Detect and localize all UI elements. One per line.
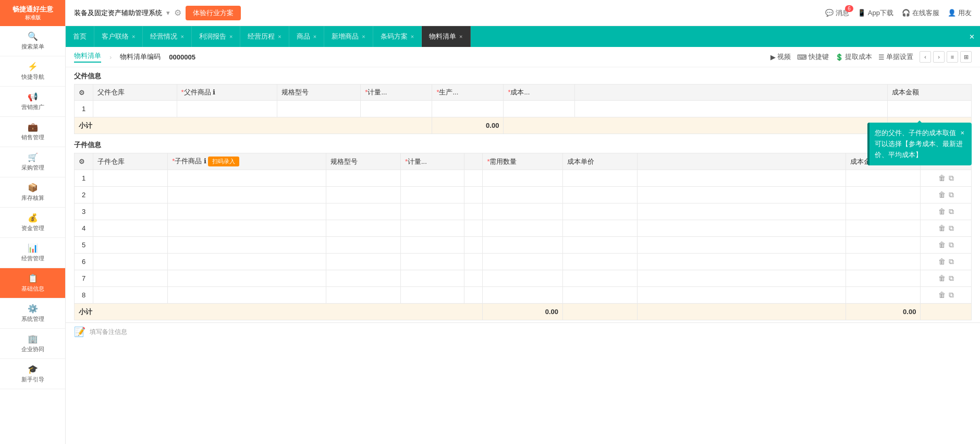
child-unit-cell[interactable] [400, 220, 464, 237]
child-spec-cell[interactable] [326, 287, 400, 304]
sidebar-item-operation[interactable]: 📊 经营管理 [0, 238, 65, 268]
child-warehouse-cell[interactable] [93, 237, 168, 254]
child-spec-cell[interactable] [326, 170, 400, 187]
parent-warehouse-cell[interactable] [93, 101, 177, 117]
dropdown-icon[interactable]: ▾ [166, 9, 170, 17]
child-unit-cost-cell[interactable] [563, 187, 638, 203]
scan-button[interactable]: 扫码录入 [208, 157, 239, 166]
child-unit-cost-cell[interactable] [563, 254, 638, 270]
sidebar-item-basic-info[interactable]: 📋 基础信息 [0, 268, 65, 298]
child-qty-cell[interactable] [483, 203, 563, 220]
child-qty-cell[interactable] [483, 237, 563, 254]
child-unit-cell[interactable] [400, 287, 464, 304]
delete-icon[interactable]: 🗑 [938, 257, 946, 266]
child-goods-cell[interactable] [168, 220, 326, 237]
child-warehouse-cell[interactable] [93, 187, 168, 203]
gear-settings-icon[interactable]: ⚙ [174, 8, 181, 18]
sidebar-item-finance[interactable]: 💰 资金管理 [0, 208, 65, 238]
child-goods-cell[interactable] [168, 170, 326, 187]
copy-icon[interactable]: ⧉ [949, 207, 954, 216]
cost-btn[interactable]: 💲 提取成本 [835, 52, 872, 62]
tab-new-goods[interactable]: 新增商品 × [324, 26, 373, 47]
sidebar-item-search[interactable]: 🔍 搜索菜单 [0, 26, 65, 56]
child-unit-cost-cell[interactable] [563, 237, 638, 254]
copy-icon[interactable]: ⧉ [949, 241, 954, 249]
tab-barcode[interactable]: 条码方案 × [373, 26, 422, 47]
tab-bom-close[interactable]: × [459, 33, 462, 40]
tab-history-close[interactable]: × [278, 33, 281, 40]
child-qty-cell[interactable] [483, 270, 563, 287]
app-download-group[interactable]: 📱 App下载 [858, 8, 893, 18]
sidebar-item-guide[interactable]: 🎓 新手引导 [0, 359, 65, 389]
child-qty-cell[interactable] [483, 287, 563, 304]
child-unit-cost-cell[interactable] [563, 287, 638, 304]
next-record-btn[interactable]: › [933, 51, 945, 63]
sidebar-item-enterprise[interactable]: 🏢 企业协同 [0, 329, 65, 359]
tab-operation-status[interactable]: 经营情况 × [143, 26, 191, 47]
child-warehouse-cell[interactable] [93, 270, 168, 287]
child-unit-cost-cell[interactable] [563, 170, 638, 187]
child-unit-cell[interactable] [400, 254, 464, 270]
child-warehouse-cell[interactable] [93, 254, 168, 270]
delete-icon[interactable]: 🗑 [938, 174, 946, 183]
sidebar-item-sales[interactable]: 💼 销售管理 [0, 117, 65, 147]
tab-customer-close[interactable]: × [132, 33, 135, 40]
sidebar-item-system[interactable]: ⚙️ 系统管理 [0, 298, 65, 329]
tab-profit[interactable]: 利润报告 × [192, 26, 240, 47]
copy-icon[interactable]: ⧉ [949, 274, 954, 283]
delete-icon[interactable]: 🗑 [938, 224, 946, 233]
tab-profit-close[interactable]: × [229, 33, 232, 40]
prev-record-btn[interactable]: ‹ [920, 51, 931, 63]
copy-icon[interactable]: ⧉ [949, 291, 954, 299]
parent-production-cell[interactable] [432, 101, 504, 117]
child-spec-cell[interactable] [326, 203, 400, 220]
tab-history[interactable]: 经营历程 × [240, 26, 289, 47]
tab-home[interactable]: 首页 [66, 26, 94, 47]
sidebar-item-marketing[interactable]: 📢 营销推广 [0, 87, 65, 117]
child-qty-cell[interactable] [483, 187, 563, 203]
settings-btn[interactable]: ☰ 单据设置 [878, 52, 913, 62]
sidebar-item-quick-nav[interactable]: ⚡ 快捷导航 [0, 56, 65, 87]
child-qty-cell[interactable] [483, 170, 563, 187]
shortcut-btn[interactable]: ⌨ 快捷键 [797, 52, 829, 62]
delete-icon[interactable]: 🗑 [938, 274, 946, 283]
child-unit-cell[interactable] [400, 270, 464, 287]
child-unit-cost-cell[interactable] [563, 203, 638, 220]
tab-new-goods-close[interactable]: × [362, 33, 365, 40]
child-spec-cell[interactable] [326, 220, 400, 237]
message-group[interactable]: 💬 消息 6 [825, 8, 849, 18]
copy-icon[interactable]: ⧉ [949, 224, 954, 233]
child-unit-cell[interactable] [400, 170, 464, 187]
note-placeholder[interactable]: 填写备注信息 [90, 328, 127, 337]
child-warehouse-cell[interactable] [93, 220, 168, 237]
tab-barcode-close[interactable]: × [411, 33, 414, 40]
child-spec-cell[interactable] [326, 270, 400, 287]
tooltip-close-btn[interactable]: × [960, 128, 964, 139]
child-unit-cost-cell[interactable] [563, 220, 638, 237]
list-view-btn[interactable]: ≡ [947, 51, 958, 63]
child-goods-cell[interactable] [168, 270, 326, 287]
child-unit-cost-cell[interactable] [563, 270, 638, 287]
parent-goods-cell[interactable] [177, 101, 277, 117]
child-spec-cell[interactable] [326, 187, 400, 203]
child-unit-cell[interactable] [400, 187, 464, 203]
tab-goods-close[interactable]: × [313, 33, 316, 40]
sidebar-item-inventory[interactable]: 📦 库存核算 [0, 177, 65, 208]
online-support-group[interactable]: 🎧 在线客服 [902, 8, 939, 18]
parent-cost-cell[interactable] [504, 101, 575, 117]
breadcrumb-bom[interactable]: 物料清单 [74, 51, 101, 63]
copy-icon[interactable]: ⧉ [949, 257, 954, 266]
child-warehouse-cell[interactable] [93, 203, 168, 220]
tab-bom[interactable]: 物料清单 × [422, 26, 470, 47]
trial-button[interactable]: 体验行业方案 [186, 6, 241, 20]
child-qty-cell[interactable] [483, 254, 563, 270]
child-goods-cell[interactable] [168, 254, 326, 270]
delete-icon[interactable]: 🗑 [938, 241, 946, 249]
view-video-btn[interactable]: ▶ 视频 [770, 52, 791, 62]
user-group[interactable]: 👤 用友 [948, 8, 972, 18]
delete-icon[interactable]: 🗑 [938, 190, 946, 199]
tab-operation-status-close[interactable]: × [180, 33, 183, 40]
expand-btn[interactable]: ⊞ [960, 51, 972, 63]
copy-icon[interactable]: ⧉ [949, 190, 954, 199]
child-unit-cell[interactable] [400, 203, 464, 220]
